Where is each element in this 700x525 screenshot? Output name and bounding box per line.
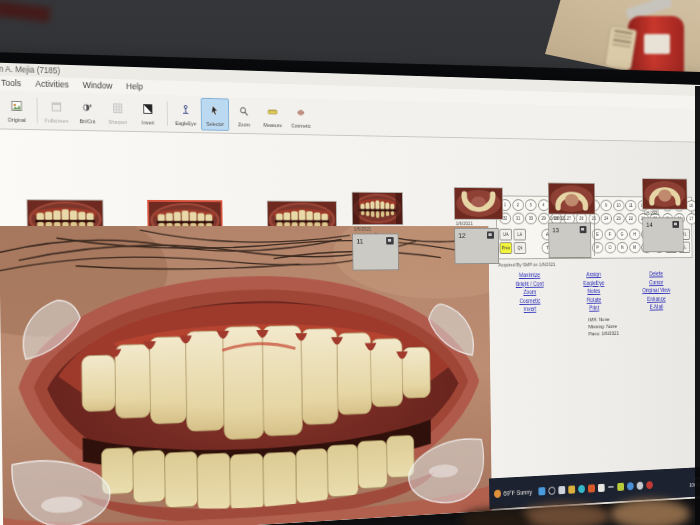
tooth-G[interactable]: G [617,229,628,240]
link-print[interactable]: Print [589,304,599,313]
tooth-22[interactable]: 22 [625,213,636,224]
slot-number: 12 [458,232,465,240]
app-orange-icon[interactable] [588,484,595,492]
link-original-view[interactable]: Original View [642,286,670,295]
file-explorer-icon[interactable] [568,485,575,493]
measure-button[interactable]: Measure [259,99,287,132]
selector-icon [210,102,221,119]
thumbnail-date: 1/6/2021 [352,225,403,231]
original-button[interactable]: Original [1,93,32,127]
menu-tools[interactable]: Tools [1,76,21,91]
eagleeye-icon [180,102,191,120]
link-column-1: MaximizeBright / ContZoomCosmeticInvert [497,270,563,313]
slot-column-12: 1/6/202112 [454,187,504,264]
zoom-icon [239,103,250,120]
slot-column-11: 1/6/202111 [352,192,404,271]
eagleeye-button[interactable]: EagleEye [171,97,200,130]
selector-button[interactable]: Selector [201,98,230,131]
image-slot-11[interactable]: 11 [352,233,399,270]
brtcnt-button[interactable]: Brt/Cnt [72,94,102,128]
chart-button-la[interactable]: LA [514,229,527,241]
overflow-chevron-icon[interactable] [608,486,613,488]
tooth-O[interactable]: O [604,242,615,253]
zoom-button[interactable]: Zoom [230,99,258,132]
monitor-screen: n A. Mejia (7185) ToolsActivitiesWindowH… [0,62,700,525]
antivirus-icon[interactable] [617,482,624,490]
menu-window[interactable]: Window [83,78,113,93]
invert-button[interactable]: Invert [133,96,162,130]
link-cosmetic[interactable]: Cosmetic [519,296,540,305]
acquire-image-icon [487,231,494,238]
thumbnail-upper-arch[interactable] [548,182,596,214]
tooth-M[interactable]: M [629,242,640,253]
slot-number: 14 [646,221,653,229]
background-object [0,1,51,23]
link-eagleeye[interactable]: EagleEye [583,278,604,287]
desk-items [460,495,700,525]
link-delete[interactable]: Delete [649,270,663,278]
link-rotate[interactable]: Rotate [587,295,602,304]
extinguisher-label [644,34,670,54]
image-slot-13[interactable]: 13 [548,223,591,259]
tooth-10[interactable]: 10 [613,200,624,211]
link-assign[interactable]: Assign [586,270,601,279]
link-maximize[interactable]: Maximize [519,271,540,280]
link-invert[interactable]: Invert [524,305,537,314]
tooth-31[interactable]: 31 [512,213,524,225]
acquire-image-icon [580,226,587,233]
tooth-3[interactable]: 3 [525,199,537,211]
fullscreen-button[interactable]: Fullscreen [41,94,72,128]
thumbnail-upper-arch[interactable] [642,178,688,210]
fullscreen-icon [51,98,63,116]
link-enhance[interactable]: Enhance [647,294,666,303]
tooth-N[interactable]: N [617,242,628,253]
menu-help[interactable]: Help [126,79,143,94]
tooth-2[interactable]: 2 [512,199,524,211]
image-slot-14[interactable]: 14 [642,217,683,252]
tooth-24[interactable]: 24 [601,213,612,224]
image-links: MaximizeBright / ContZoomCosmeticInvertA… [497,269,687,314]
onedrive-icon[interactable] [627,482,634,490]
sharpen-button[interactable]: Sharpen [103,95,133,129]
search-icon[interactable] [548,486,555,494]
thumbnail-intraoral-side[interactable] [352,192,404,225]
sharpen-icon [112,100,123,118]
task-view-icon[interactable] [558,486,565,494]
image-slot-12[interactable]: 12 [454,228,499,264]
chart-button-qk[interactable]: Qk [514,242,527,254]
link-notes[interactable]: Notes [587,287,600,296]
link-zoom[interactable]: Zoom [523,288,536,297]
measure-icon [267,104,278,121]
tooth-F[interactable]: F [604,229,615,240]
link-cursor[interactable]: Cursor [649,278,663,286]
tooth-23[interactable]: 23 [613,213,624,224]
acquired-note: Acquired By SMP on 1/6/2021 [498,261,698,268]
scene: n A. Mejia (7185) ToolsActivitiesWindowH… [0,0,700,525]
link-e-mail[interactable]: E-Mail [650,303,664,311]
original-icon [11,97,23,115]
status-info: IMX: NoneMissing: NonePano: 1/6/2021 [588,314,699,337]
tooth-H[interactable]: H [629,229,640,240]
edge-icon[interactable] [578,484,585,492]
tooth-11[interactable]: 11 [625,200,636,211]
network-icon[interactable] [636,481,643,489]
tooth-9[interactable]: 9 [600,200,611,211]
acquire-image-icon [386,237,393,244]
menu-activities[interactable]: Activities [35,77,69,93]
toolbar-separator [167,101,168,126]
windows-start-icon[interactable] [538,487,545,495]
link-column-2: AssignEagleEyeNotesRotatePrint [562,270,626,313]
slot-column-13: 1/6/202113 [548,182,596,258]
link-bright-cont[interactable]: Bright / Cont [516,279,544,288]
cosmetic-button[interactable]: Cosmetic [287,100,315,133]
brightness-contrast-icon [82,99,93,117]
tooth-30[interactable]: 30 [525,213,537,225]
monitor-bezel-right [695,86,700,525]
intraoral-photo-main[interactable] [0,226,492,525]
thumbnail-lower-arch[interactable] [454,187,503,220]
taskbar-icons [538,479,686,495]
app-white-icon[interactable] [598,483,605,491]
slot-number: 11 [356,237,363,245]
acquire-image-icon [672,221,679,228]
eaglesoft-tray-icon[interactable] [646,481,653,489]
